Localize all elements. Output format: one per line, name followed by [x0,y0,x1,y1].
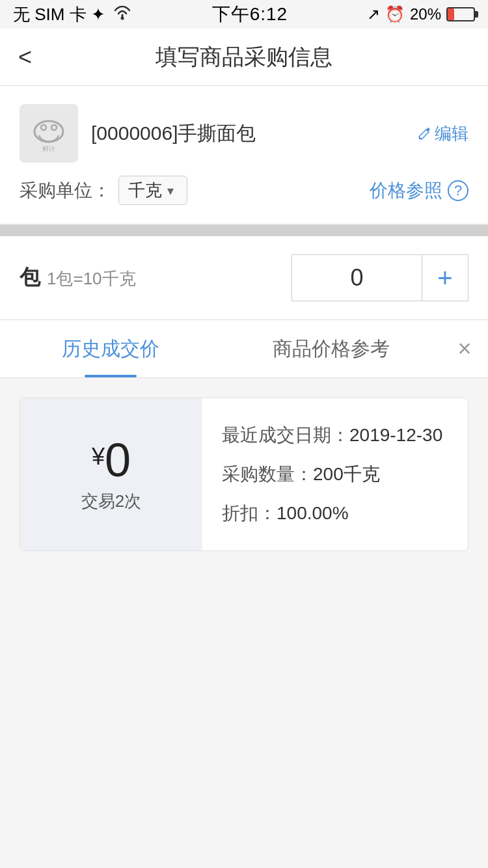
tab-history-price-label: 历史成交价 [62,336,159,362]
status-right: ↗ ⏰ 20% [367,5,475,23]
wifi-icon [112,5,133,25]
page-header: < 填写商品采购信息 [0,29,488,86]
product-thumbnail: 鲜计 [20,104,78,163]
price-detail-quantity: 采购数量：200千克 [222,461,448,488]
discount-label: 折扣： [222,503,277,523]
tab-close-button[interactable]: × [441,320,488,377]
price-detail-date: 最近成交日期：2019-12-30 [222,422,448,449]
quantity-row: 包 1包=10千克 + [0,236,488,320]
price-card-container: ¥ 0 交易2次 最近成交日期：2019-12-30 采购数量：200千克 折扣… [0,378,488,868]
quantity-value-text: 200千克 [313,464,380,484]
battery-text: 20% [410,5,441,23]
price-card: ¥ 0 交易2次 最近成交日期：2019-12-30 采购数量：200千克 折扣… [20,398,468,551]
price-ref-label: 价格参照 [370,178,442,203]
price-ref-button[interactable]: 价格参照 ? [370,178,468,203]
svg-point-3 [51,125,57,130]
product-card: 鲜计 [0000006]手撕面包 编辑 采购单位： 千克 ▾ 价格参照 [0,86,488,223]
quantity-label: 包 1包=10千克 [20,264,136,292]
price-main-display: ¥ 0 [92,437,131,483]
product-logo-icon: 鲜计 [26,111,72,156]
product-bottom-row: 采购单位： 千克 ▾ 价格参照 ? [20,176,468,205]
battery-icon [446,7,475,21]
carrier-text: 无 SIM 卡 ✦ [13,3,105,26]
product-top-row: 鲜计 [0000006]手撕面包 编辑 [20,104,468,163]
alarm-icon: ⏰ [385,5,405,23]
location-icon: ↗ [367,5,380,23]
status-bar: 无 SIM 卡 ✦ 下午6:12 ↗ ⏰ 20% [0,0,488,29]
tabs-container: 历史成交价 商品价格参考 × [0,320,488,378]
svg-point-0 [120,16,124,20]
product-id: [0000006] [91,122,178,144]
discount-value: 100.00% [277,503,349,523]
edit-button[interactable]: 编辑 [417,122,468,145]
divider-bar [0,224,488,236]
purchase-unit: 采购单位： 千克 ▾ [20,176,187,205]
edit-icon [417,126,431,141]
status-time: 下午6:12 [212,2,288,27]
price-detail-discount: 折扣：100.00% [222,500,448,527]
price-currency: ¥ [92,443,105,470]
edit-label: 编辑 [435,122,468,145]
back-button[interactable]: < [18,44,32,71]
tab-product-price-ref[interactable]: 商品价格参考 [221,320,441,377]
help-icon: ? [448,180,468,201]
quantity-input-group: + [291,254,468,301]
tab-active-underline [85,375,137,377]
recent-date-label: 最近成交日期： [222,425,349,445]
status-left: 无 SIM 卡 ✦ [13,3,133,26]
svg-point-2 [41,125,46,130]
price-card-right: 最近成交日期：2019-12-30 采购数量：200千克 折扣：100.00% [202,398,468,550]
product-info-left: 鲜计 [0000006]手撕面包 [20,104,256,163]
tab-product-price-ref-label: 商品价格参考 [273,336,390,362]
purchase-unit-label: 采购单位： [20,178,111,203]
close-icon: × [457,335,471,362]
product-title: 手撕面包 [178,122,256,144]
quantity-input[interactable] [291,254,422,301]
quantity-plus-button[interactable]: + [422,254,468,301]
dropdown-arrow-icon: ▾ [167,183,174,198]
price-trades: 交易2次 [81,490,141,513]
price-value: 0 [105,437,131,483]
page-title: 填写商品采购信息 [156,42,332,72]
unit-dropdown[interactable]: 千克 ▾ [118,176,187,205]
tab-history-price[interactable]: 历史成交价 [0,320,221,377]
product-name: [0000006]手撕面包 [91,120,256,147]
quantity-unit: 包 [20,264,40,292]
quantity-label-text: 采购数量： [222,464,313,484]
svg-text:鲜计: 鲜计 [42,145,55,152]
unit-value: 千克 [128,179,162,202]
svg-point-1 [34,121,63,142]
recent-date-value: 2019-12-30 [349,425,442,445]
price-card-left: ¥ 0 交易2次 [20,398,202,550]
quantity-conversion: 1包=10千克 [47,267,136,290]
